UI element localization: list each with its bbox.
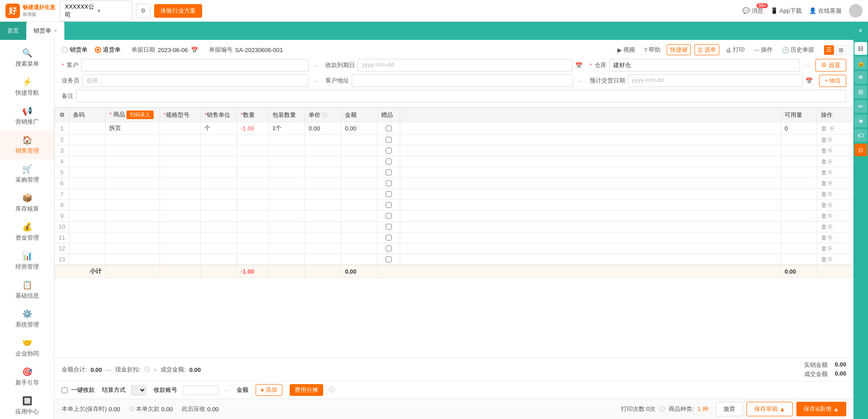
- settings-icon[interactable]: ⚙: [136, 4, 150, 18]
- r2-copy[interactable]: ⎘: [829, 136, 832, 143]
- r9-del[interactable]: 🗑: [821, 212, 827, 219]
- row-1-product[interactable]: 拆页: [106, 122, 160, 135]
- settlement-select[interactable]: [131, 385, 146, 395]
- sidebar-item-operation[interactable]: 📊 经营管理: [0, 246, 54, 275]
- expected-calendar-icon[interactable]: 📅: [805, 77, 813, 84]
- row-1-price[interactable]: 0.00: [305, 122, 341, 135]
- tab-home[interactable]: 首页: [0, 22, 26, 40]
- trial-button[interactable]: 体验行业方案: [154, 4, 202, 18]
- rp-star-icon[interactable]: ★: [854, 115, 867, 127]
- row-1-gift-checkbox[interactable]: [386, 125, 392, 131]
- r2-gift-checkbox[interactable]: [386, 137, 392, 143]
- r8-gift[interactable]: [386, 202, 392, 208]
- r3-del[interactable]: 🗑: [821, 147, 827, 154]
- sidebar-item-inventory[interactable]: 📦 库存核算: [0, 188, 54, 217]
- select-btn[interactable]: ☰ 选单: [694, 44, 719, 55]
- row-1-copy-icon[interactable]: ⎘: [830, 125, 834, 132]
- tab-close-icon[interactable]: ×: [54, 28, 57, 34]
- online-service-button[interactable]: 👤 在线客服: [809, 7, 842, 15]
- sidebar-item-sales[interactable]: 🏠 销售管理: [0, 130, 54, 159]
- warehouse-input[interactable]: 建材仓: [609, 59, 800, 72]
- rp-orange-icon[interactable]: ⊙: [854, 144, 867, 156]
- message-button[interactable]: 💬 消息 99+: [742, 7, 763, 15]
- date-calendar-icon[interactable]: 📅: [191, 47, 198, 53]
- history-btn[interactable]: 🕐 历史单据: [779, 45, 817, 55]
- app-download-button[interactable]: 📱 App下载: [771, 7, 802, 15]
- expense-split-btn[interactable]: 费用分摊: [290, 384, 323, 396]
- r3-copy[interactable]: ⎘: [829, 147, 832, 154]
- r4-gift[interactable]: [386, 159, 392, 164]
- row-1-unit[interactable]: 个: [201, 122, 237, 135]
- sidebar-item-quick-nav[interactable]: ⚡ 快捷导航: [0, 72, 54, 101]
- account-more-icon[interactable]: ···: [224, 387, 229, 394]
- r2-amount[interactable]: [341, 135, 378, 145]
- arrears-help-icon[interactable]: ⓘ: [129, 406, 134, 413]
- help-btn[interactable]: ? 帮助: [641, 45, 663, 55]
- rp-eye-icon[interactable]: 👁: [854, 71, 867, 84]
- r12-copy[interactable]: ⎘: [829, 245, 832, 252]
- grid-view-icon[interactable]: ⊞: [836, 45, 846, 55]
- r6-gift[interactable]: [386, 180, 392, 186]
- r9-gift[interactable]: [386, 213, 392, 219]
- warehouse-more-icon[interactable]: ···: [805, 62, 810, 69]
- r2-qty[interactable]: [237, 135, 269, 145]
- tab-close-all-button[interactable]: ×: [853, 27, 868, 35]
- r11-copy[interactable]: ⎘: [829, 234, 832, 241]
- row-1-gift[interactable]: [378, 122, 400, 135]
- row-1-amount[interactable]: 0.00: [341, 122, 378, 135]
- r12-del[interactable]: 🗑: [821, 245, 827, 252]
- collect-calendar-icon[interactable]: 📅: [575, 62, 582, 69]
- tab-sales-order[interactable]: 销货单 ×: [26, 22, 64, 40]
- add-btn[interactable]: ● 添加: [256, 384, 282, 396]
- customer-addr-input[interactable]: [352, 74, 572, 87]
- rp-grid-icon[interactable]: ⊞: [854, 86, 867, 98]
- r2-product[interactable]: [106, 135, 160, 145]
- r7-del[interactable]: 🗑: [821, 191, 827, 197]
- r10-del[interactable]: 🗑: [821, 223, 827, 230]
- price-help-icon[interactable]: ⓘ: [322, 112, 327, 118]
- abandon-button[interactable]: 放弃: [716, 402, 743, 416]
- setup-btn[interactable]: ⚙ 设置: [815, 59, 846, 72]
- r6-del[interactable]: 🗑: [821, 180, 827, 187]
- r2-pkgqty[interactable]: [269, 135, 305, 145]
- r8-copy[interactable]: ⎘: [829, 202, 832, 208]
- row-1-pkgqty[interactable]: 1个: [269, 122, 305, 135]
- r10-gift[interactable]: [386, 224, 392, 230]
- sidebar-item-purchase[interactable]: 🛒 采购管理: [0, 159, 54, 188]
- r4-del[interactable]: 🗑: [821, 158, 827, 165]
- sidebar-item-marketing[interactable]: 📢 营销推广: [0, 101, 54, 130]
- customer-input[interactable]: [81, 59, 309, 72]
- r2-barcode[interactable]: [69, 135, 106, 145]
- company-selector[interactable]: XXXXXX公司 ▾: [60, 0, 132, 21]
- quick-pay-checkbox[interactable]: [62, 387, 68, 393]
- sidebar-item-apps[interactable]: 🔲 应用中心: [0, 391, 54, 419]
- return-order-radio[interactable]: 退货单: [95, 46, 121, 54]
- avatar[interactable]: [849, 4, 863, 18]
- r6-copy[interactable]: ⎘: [829, 180, 832, 187]
- salesperson-more-icon[interactable]: ···: [313, 77, 318, 84]
- shortcut-btn[interactable]: 快捷键: [667, 44, 691, 55]
- r2-price[interactable]: [305, 135, 341, 145]
- r2-delete[interactable]: 🗑: [821, 136, 827, 143]
- collect-date-input[interactable]: yyyy-mm-dd: [358, 59, 572, 72]
- rp-tag-icon[interactable]: 🏷: [854, 129, 867, 142]
- remark-input[interactable]: [76, 90, 846, 102]
- addr-more-icon[interactable]: ···: [577, 77, 582, 84]
- r9-copy[interactable]: ⎘: [829, 212, 832, 219]
- row-1-delete-icon[interactable]: 🗑: [821, 125, 827, 132]
- rp-lock-icon[interactable]: 🔒: [854, 57, 867, 69]
- r11-del[interactable]: 🗑: [821, 234, 827, 241]
- account-input[interactable]: [183, 385, 219, 395]
- logistics-btn[interactable]: + 物流: [819, 75, 846, 87]
- r7-gift[interactable]: [386, 191, 392, 197]
- save-new-button[interactable]: 保存&新增 ▲: [796, 402, 846, 416]
- r2-spec[interactable]: [160, 135, 201, 145]
- r5-gift[interactable]: [386, 169, 392, 175]
- rp-expand-icon[interactable]: ⊟: [854, 42, 867, 55]
- save-draft-button[interactable]: 保存草稿 ▲: [747, 402, 793, 416]
- r8-del[interactable]: 🗑: [821, 202, 827, 208]
- r13-copy[interactable]: ⎘: [829, 256, 832, 263]
- r3-gift[interactable]: [386, 148, 392, 154]
- customer-more-icon[interactable]: ···: [313, 62, 318, 69]
- sidebar-item-system[interactable]: ⚙️ 系统管理: [0, 304, 54, 333]
